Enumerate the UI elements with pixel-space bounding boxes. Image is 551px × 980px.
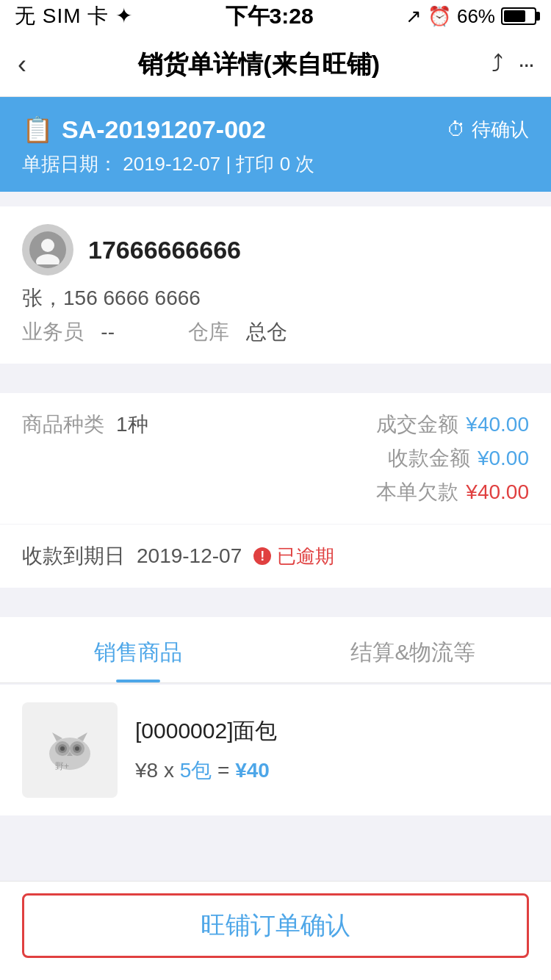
customer-phone: 17666666666 [88,236,241,264]
confirm-btn-container: 旺铺订单确认 [0,881,551,980]
print-info: | 打印 0 次 [226,153,314,175]
unit-price: ¥8 [135,759,158,782]
received-amount: ¥0.00 [478,447,529,470]
warehouse-label: 仓库 [188,320,229,343]
svg-point-8 [75,746,79,751]
warehouse-value: 总仓 [246,320,287,343]
debt-amount: ¥40.00 [466,480,529,504]
transaction-amount: ¥40.00 [466,413,529,436]
status-bar: 无 SIM 卡 ✦ 下午3:28 ↗ ⏰ 66% [0,0,551,32]
multiply-sign: x [164,759,174,782]
salesman-label: 业务员 [22,320,84,343]
order-date-value: 2019-12-07 [123,153,220,175]
customer-meta: 业务员 -- 仓库 总仓 [22,318,529,346]
due-date-section: 收款到期日 2019-12-07 ! 已逾期 [0,525,551,588]
battery-icon [501,7,536,25]
svg-point-7 [60,746,65,751]
back-button[interactable]: ‹ [18,49,26,80]
status-right: ↗ ⏰ 66% [406,5,536,28]
status-clock-icon: ⏱ [447,118,466,141]
summary-section: 商品种类 1种 成交金额 ¥40.00 收款金额 ¥0.00 本单欠款 ¥40.… [0,393,551,524]
alarm-icon: ⏰ [428,5,451,28]
avatar [22,224,73,275]
amount-summary: 成交金额 ¥40.00 收款金额 ¥0.00 本单欠款 ¥40.00 [376,411,529,506]
avatar-icon [29,231,66,268]
product-type-value: 1种 [116,411,148,439]
share-icon[interactable]: ⤴ [491,51,503,78]
product-info: [0000002]面包 ¥8 x 5包 = ¥40 [135,716,529,785]
transaction-label: 成交金额 [376,411,458,439]
product-section: 野+ [0000002]面包 ¥8 x 5包 = ¥40 [0,685,551,815]
product-price: ¥8 x 5包 = ¥40 [135,757,529,785]
battery-text: 66% [457,5,495,28]
due-date-value: 2019-12-07 [137,544,242,568]
salesman-value: -- [101,320,115,343]
order-banner: 📋 SA-20191207-002 ⏱ 待确认 单据日期： 2019-12-07… [0,97,551,192]
received-label: 收款金额 [388,444,470,472]
total-price: ¥40 [235,759,270,782]
tab-sales-products[interactable]: 销售商品 [0,617,276,682]
order-date-row: 单据日期： 2019-12-07 | 打印 0 次 [22,151,529,177]
product-type-label: 商品种类 [22,411,104,439]
confirm-order-button[interactable]: 旺铺订单确认 [22,893,529,958]
divider-2 [0,588,551,602]
order-status: ⏱ 待确认 [447,117,529,143]
product-thumbnail: 野+ [22,702,118,798]
equals-sign: = [217,759,229,782]
nav-actions: ⤴ ··· [491,51,533,78]
order-id: 📋 SA-20191207-002 [22,115,266,144]
overdue-dot-icon: ! [253,547,271,565]
product-thumb-logo: 野+ [22,702,118,798]
order-id-text: SA-20191207-002 [62,115,266,144]
more-button[interactable]: ··· [518,51,533,78]
divider-1 [0,364,551,378]
customer-name: 张，156 6666 6666 [22,284,529,312]
tab-settlement[interactable]: 结算&物流等 [276,617,551,682]
nav-bar: ‹ 销货单详情(来自旺铺) ⤴ ··· [0,32,551,97]
svg-text:野+: 野+ [55,761,69,771]
overdue-badge: ! 已逾期 [253,544,334,569]
due-date-label: 收款到期日 [22,542,125,570]
order-icon: 📋 [22,115,53,144]
time-text: 下午3:28 [226,1,314,32]
status-text: 待确认 [472,117,529,143]
page-title: 销货单详情(来自旺铺) [138,48,380,82]
overdue-text: 已逾期 [277,544,334,569]
quantity-value: 5包 [180,759,212,782]
order-date-label: 单据日期： [22,153,118,175]
svg-point-0 [41,239,54,252]
customer-section: 17666666666 张，156 6666 6666 业务员 -- 仓库 总仓 [0,206,551,364]
debt-label: 本单欠款 [376,478,458,506]
location-icon: ↗ [406,5,422,28]
tabs-container: 销售商品 结算&物流等 [0,617,551,683]
product-item: 野+ [0000002]面包 ¥8 x 5包 = ¥40 [22,702,529,798]
carrier-text: 无 SIM 卡 ✦ [15,2,133,30]
product-name: [0000002]面包 [135,716,529,746]
svg-point-1 [36,254,60,264]
